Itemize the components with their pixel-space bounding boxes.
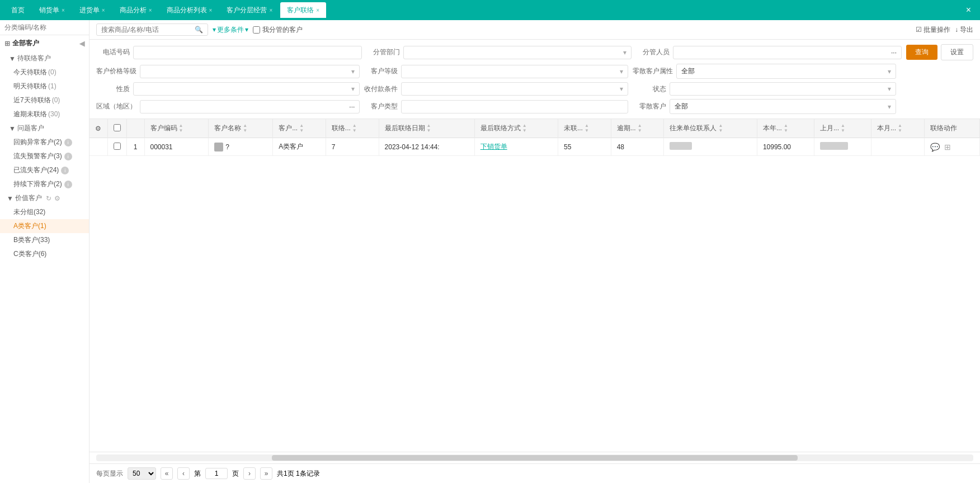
sidebar-search-input[interactable] bbox=[4, 23, 88, 31]
row-code: 000031 bbox=[150, 143, 173, 151]
sort-icon-date: ▲▼ bbox=[427, 124, 431, 133]
export-button[interactable]: ↓ 导出 bbox=[955, 25, 973, 35]
filter-nature-select[interactable]: ▾ bbox=[133, 82, 360, 96]
filter-retail-attr-select[interactable]: 全部 ▾ bbox=[676, 64, 896, 79]
col-last-contact-date[interactable]: 最后联络日期 ▲▼ bbox=[379, 119, 474, 138]
query-button[interactable]: 查询 bbox=[906, 45, 937, 60]
tab-goods-analysis-list[interactable]: 商品分析列表 × bbox=[160, 2, 219, 18]
row-checkbox-cell[interactable] bbox=[107, 138, 126, 156]
col-customer-code[interactable]: 客户编码 ▲▼ bbox=[144, 119, 209, 138]
sidebar-item-overdue[interactable]: 逾期未联络(30) bbox=[0, 107, 89, 121]
filter-retail-customer-label: 零散客户 bbox=[633, 102, 666, 111]
tab-purchase-close[interactable]: × bbox=[102, 7, 105, 13]
filter-price-tier-select[interactable]: ▾ bbox=[140, 65, 360, 78]
col-this-year[interactable]: 本年... ▲▼ bbox=[757, 119, 814, 138]
scrollbar-thumb[interactable] bbox=[272, 455, 798, 461]
sidebar-all-customers-label: 全部客户 bbox=[12, 39, 39, 48]
search-icon[interactable]: 🔍 bbox=[195, 26, 203, 34]
sidebar-value-label: 价值客户 bbox=[15, 193, 42, 203]
tab-sales[interactable]: 销货单 × bbox=[32, 2, 72, 18]
grid-action-icon[interactable]: ⊞ bbox=[944, 143, 951, 151]
settings-icon-value[interactable]: ⚙ bbox=[54, 195, 60, 202]
sort-icon-code: ▲▼ bbox=[179, 124, 183, 133]
next-page-button[interactable]: › bbox=[243, 467, 256, 480]
sidebar-item-declining[interactable]: 持续下滑客户(2) i bbox=[0, 177, 89, 191]
class-c-label: C类客户(6) bbox=[13, 250, 46, 258]
search-input[interactable] bbox=[101, 26, 192, 34]
sidebar-item-churned[interactable]: 已流失客户(24) i bbox=[0, 163, 89, 177]
sidebar-item-repurchase-abnormal[interactable]: 回购异常客户(2) i bbox=[0, 135, 89, 149]
page-num-input[interactable] bbox=[205, 468, 228, 479]
tab-goods-analysis-list-close[interactable]: × bbox=[209, 7, 213, 13]
more-conditions-button[interactable]: ▾ 更多条件 ▾ bbox=[213, 25, 248, 35]
window-close-button[interactable]: × bbox=[962, 3, 976, 17]
tab-customer-tier-label: 客户分层经营 bbox=[227, 6, 267, 15]
tab-sales-close[interactable]: × bbox=[62, 7, 65, 13]
tab-purchase[interactable]: 进货单 × bbox=[73, 2, 112, 18]
sidebar-item-class-b[interactable]: B类客户(33) bbox=[0, 233, 89, 247]
filter-customer-tier-select[interactable]: ▾ bbox=[401, 65, 628, 78]
tab-customer-contact-close[interactable]: × bbox=[316, 7, 319, 13]
row-name: ? bbox=[225, 143, 229, 151]
tab-customer-tier-close[interactable]: × bbox=[269, 7, 272, 13]
filter-dept-select[interactable]: ▾ bbox=[403, 46, 632, 59]
col-customer-type[interactable]: 客户... ▲▼ bbox=[273, 119, 326, 138]
page-size-select[interactable]: 50 100 200 bbox=[128, 467, 156, 480]
col-last-contact-method[interactable]: 最后联络方式 ▲▼ bbox=[474, 119, 558, 138]
sidebar-pending-group[interactable]: ▼ 待联络客户 bbox=[0, 51, 89, 65]
col-unit-contacts[interactable]: 往来单位联系人 ▲▼ bbox=[664, 119, 757, 138]
filter-icon: ▾ bbox=[213, 26, 216, 34]
top-actions: ☑ 批量操作 ↓ 导出 bbox=[916, 25, 973, 35]
col-contact-count-label: 联络... bbox=[332, 124, 351, 133]
filter-phone-input[interactable] bbox=[133, 46, 362, 59]
sidebar-value-group[interactable]: ▼ 价值客户 ↻ ⚙ bbox=[0, 191, 89, 205]
chat-action-icon[interactable]: 💬 bbox=[930, 143, 940, 151]
my-customers-check[interactable] bbox=[253, 26, 260, 34]
col-contact-count[interactable]: 联络... ▲▼ bbox=[326, 119, 379, 138]
batch-op-button[interactable]: ☑ 批量操作 bbox=[916, 25, 950, 35]
filter-payment-select[interactable]: ▾ bbox=[401, 82, 628, 96]
sidebar-item-churn-warning[interactable]: 流失预警客户(3) i bbox=[0, 149, 89, 163]
prev-page-button[interactable]: ‹ bbox=[177, 467, 190, 480]
settings-button[interactable]: 设置 bbox=[941, 44, 973, 60]
sidebar-problem-group[interactable]: ▼ 问题客户 bbox=[0, 121, 89, 135]
filter-row-1: 电话号码 分管部门 ▾ 分管人员 ··· 查询 bbox=[96, 44, 973, 60]
sidebar-item-class-a[interactable]: A类客户(1) bbox=[0, 219, 89, 233]
table-settings-icon[interactable]: ⚙ bbox=[95, 125, 101, 132]
col-last-month[interactable]: 上月... ▲▼ bbox=[814, 119, 871, 138]
filter-region-input[interactable]: ··· bbox=[140, 100, 360, 113]
last-page-button[interactable]: » bbox=[260, 467, 272, 480]
tab-goods-analysis[interactable]: 商品分析 × bbox=[113, 2, 159, 18]
col-no-contact-days[interactable]: 未联... ▲▼ bbox=[558, 119, 611, 138]
info-icon-declining: i bbox=[64, 181, 72, 188]
tab-customer-contact[interactable]: 客户联络 × bbox=[280, 2, 326, 18]
row-last-method[interactable]: 下销货单 bbox=[480, 143, 507, 150]
sidebar-item-today-pending[interactable]: 今天待联络(0) bbox=[0, 65, 89, 79]
first-page-button[interactable]: « bbox=[161, 467, 173, 480]
my-customers-checkbox[interactable]: 我分管的客户 bbox=[253, 25, 303, 35]
sort-icon-overdue: ▲▼ bbox=[638, 124, 642, 133]
sidebar-collapse-button[interactable]: ◀ bbox=[79, 40, 84, 48]
sidebar-item-unclassified[interactable]: 未分组(32) bbox=[0, 205, 89, 219]
col-overdue-days[interactable]: 逾期... ▲▼ bbox=[611, 119, 664, 138]
sidebar-item-class-c[interactable]: C类客户(6) bbox=[0, 247, 89, 261]
col-checkbox[interactable] bbox=[107, 119, 126, 138]
sidebar-all-customers[interactable]: ⊞ 全部客户 ◀ bbox=[0, 35, 89, 51]
col-this-month[interactable]: 本月... ▲▼ bbox=[871, 119, 925, 138]
filter-manager-input[interactable]: ··· bbox=[673, 46, 902, 59]
tab-customer-tier[interactable]: 客户分层经营 × bbox=[220, 2, 279, 18]
tab-goods-analysis-close[interactable]: × bbox=[149, 7, 152, 13]
filter-customer-type-input[interactable] bbox=[401, 100, 628, 113]
sidebar-item-7days-pending[interactable]: 近7天待联络(0) bbox=[0, 93, 89, 107]
select-all-checkbox[interactable] bbox=[114, 124, 121, 131]
row-checkbox[interactable] bbox=[114, 143, 121, 150]
tab-home[interactable]: 首页 bbox=[4, 2, 31, 18]
col-settings[interactable]: ⚙ bbox=[89, 119, 107, 138]
filter-status-select[interactable]: ▾ bbox=[670, 82, 896, 96]
filter-retail-customer-select[interactable]: 全部 ▾ bbox=[670, 99, 896, 114]
refresh-icon[interactable]: ↻ bbox=[46, 195, 51, 202]
filter-region: 区域（地区） ··· bbox=[96, 100, 360, 113]
col-customer-name[interactable]: 客户名称 ▲▼ bbox=[209, 119, 273, 138]
horizontal-scrollbar[interactable] bbox=[96, 454, 973, 461]
sidebar-item-tomorrow-pending[interactable]: 明天待联络(1) bbox=[0, 79, 89, 93]
